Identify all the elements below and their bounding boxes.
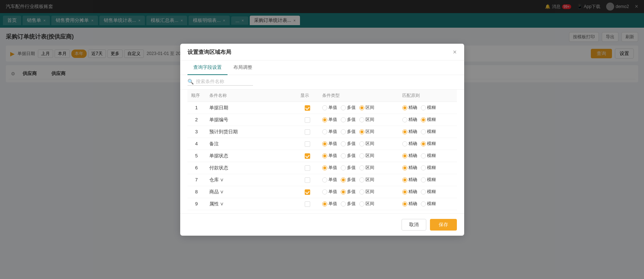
cell-display-2[interactable] <box>297 126 319 138</box>
cell-type-3: 单值多值区间 <box>319 138 399 150</box>
radio-dot-type-single-4 <box>322 153 327 158</box>
cell-type-5: 单值多值区间 <box>319 162 399 174</box>
radio-type-single-4[interactable]: 单值 <box>322 153 337 159</box>
radio-label-type-multi-4: 多值 <box>347 153 356 159</box>
radio-match-exact-8[interactable]: 精确 <box>402 201 417 207</box>
cancel-button[interactable]: 取消 <box>402 219 426 231</box>
table-row: 6付款状态单值多值区间精确模糊 <box>187 162 457 174</box>
table-row: 4备注单值多值区间精确模糊 <box>187 138 457 150</box>
radio-type-range-1[interactable]: 区间 <box>359 117 374 123</box>
radio-dot-type-single-5 <box>322 165 327 170</box>
conditions-table: 顺序 条件名称 显示 条件类型 匹配原则 1单据日期单值多值区间精确模糊2单据编… <box>187 90 457 213</box>
radio-type-multi-5[interactable]: 多值 <box>341 165 356 171</box>
radio-dot-match-exact-2 <box>402 129 407 134</box>
checkbox-display-7[interactable] <box>305 189 310 195</box>
radio-dot-type-single-1 <box>322 117 327 122</box>
radio-dot-match-exact-6 <box>402 177 407 182</box>
radio-label-type-range-7: 区间 <box>366 189 374 195</box>
radio-dot-match-fuzzy-2 <box>421 129 426 134</box>
cell-display-6[interactable] <box>297 174 319 186</box>
radio-type-range-5[interactable]: 区间 <box>359 165 374 171</box>
radio-match-fuzzy-4[interactable]: 模糊 <box>421 153 436 159</box>
radio-label-type-single-6: 单值 <box>328 177 337 183</box>
radio-dot-type-single-0 <box>322 105 327 110</box>
radio-type-multi-1[interactable]: 多值 <box>341 117 356 123</box>
radio-type-range-0[interactable]: 区间 <box>359 105 374 111</box>
checkbox-display-2[interactable] <box>305 129 310 135</box>
radio-match-fuzzy-3[interactable]: 模糊 <box>421 141 436 147</box>
radio-match-fuzzy-0[interactable]: 模糊 <box>421 105 436 111</box>
radio-type-single-5[interactable]: 单值 <box>322 165 337 171</box>
radio-match-fuzzy-1[interactable]: 模糊 <box>421 117 436 123</box>
cell-order-1: 2 <box>187 114 206 126</box>
radio-match-exact-7[interactable]: 精确 <box>402 189 417 195</box>
radio-match-exact-3[interactable]: 精确 <box>402 141 417 147</box>
radio-type-range-8[interactable]: 区间 <box>359 201 374 207</box>
checkbox-display-5[interactable] <box>305 165 310 171</box>
radio-match-fuzzy-8[interactable]: 模糊 <box>421 201 436 207</box>
radio-type-multi-3[interactable]: 多值 <box>341 141 356 147</box>
checkbox-display-8[interactable] <box>305 201 310 207</box>
tab-layout[interactable]: 布局调整 <box>228 60 258 75</box>
radio-label-match-exact-8: 精确 <box>408 201 417 207</box>
radio-label-type-single-5: 单值 <box>328 165 337 171</box>
cell-display-4[interactable] <box>297 150 319 162</box>
radio-type-range-6[interactable]: 区间 <box>359 177 374 183</box>
search-input[interactable] <box>196 79 250 84</box>
checkbox-display-1[interactable] <box>305 117 310 123</box>
radio-match-exact-6[interactable]: 精确 <box>402 177 417 183</box>
radio-match-exact-4[interactable]: 精确 <box>402 153 417 159</box>
cell-display-1[interactable] <box>297 114 319 126</box>
radio-type-single-2[interactable]: 单值 <box>322 129 337 135</box>
radio-type-single-1[interactable]: 单值 <box>322 117 337 123</box>
radio-type-single-6[interactable]: 单值 <box>322 177 337 183</box>
th-name: 条件名称 <box>206 90 297 102</box>
radio-type-multi-7[interactable]: 多值 <box>341 189 356 195</box>
radio-match-fuzzy-7[interactable]: 模糊 <box>421 189 436 195</box>
checkbox-display-3[interactable] <box>305 141 310 147</box>
radio-dot-type-range-2 <box>359 129 364 134</box>
radio-label-type-multi-5: 多值 <box>347 165 356 171</box>
cell-display-9[interactable] <box>297 210 319 213</box>
radio-match-exact-2[interactable]: 精确 <box>402 129 417 135</box>
checkbox-display-6[interactable] <box>305 177 310 183</box>
cell-display-5[interactable] <box>297 162 319 174</box>
radio-type-multi-0[interactable]: 多值 <box>341 105 356 111</box>
radio-type-multi-8[interactable]: 多值 <box>341 201 356 207</box>
radio-type-single-7[interactable]: 单值 <box>322 189 337 195</box>
cell-order-9: 10 <box>187 210 206 213</box>
cell-type-1: 单值多值区间 <box>319 114 399 126</box>
cell-order-5: 6 <box>187 162 206 174</box>
radio-type-range-7[interactable]: 区间 <box>359 189 374 195</box>
dialog-close-button[interactable]: × <box>453 49 457 55</box>
dialog-header: 设置查询区域布局 × <box>180 44 464 60</box>
radio-type-multi-4[interactable]: 多值 <box>341 153 356 159</box>
save-button[interactable]: 保存 <box>430 219 457 231</box>
radio-type-range-4[interactable]: 区间 <box>359 153 374 159</box>
radio-match-exact-5[interactable]: 精确 <box>402 165 417 171</box>
radio-match-exact-1[interactable]: 精确 <box>402 117 417 123</box>
cell-name-1: 单据编号 <box>206 114 297 126</box>
checkbox-display-0[interactable] <box>305 105 310 111</box>
table-row: 5单据状态单值多值区间精确模糊 <box>187 150 457 162</box>
radio-match-fuzzy-6[interactable]: 模糊 <box>421 177 436 183</box>
radio-type-range-2[interactable]: 区间 <box>359 129 374 135</box>
dialog-footer: 取消 保存 <box>180 213 464 236</box>
tab-query-fields[interactable]: 查询字段设置 <box>187 60 228 75</box>
radio-type-multi-2[interactable]: 多值 <box>341 129 356 135</box>
radio-type-single-3[interactable]: 单值 <box>322 141 337 147</box>
cell-order-0: 1 <box>187 102 206 114</box>
cell-display-3[interactable] <box>297 138 319 150</box>
radio-match-exact-0[interactable]: 精确 <box>402 105 417 111</box>
radio-type-single-8[interactable]: 单值 <box>322 201 337 207</box>
radio-match-fuzzy-5[interactable]: 模糊 <box>421 165 436 171</box>
checkbox-display-4[interactable] <box>305 153 310 159</box>
cell-display-0[interactable] <box>297 102 319 114</box>
radio-type-range-3[interactable]: 区间 <box>359 141 374 147</box>
cell-display-7[interactable] <box>297 186 319 198</box>
radio-match-fuzzy-2[interactable]: 模糊 <box>421 129 436 135</box>
cell-display-8[interactable] <box>297 198 319 210</box>
radio-label-type-single-4: 单值 <box>328 153 337 159</box>
radio-type-single-0[interactable]: 单值 <box>322 105 337 111</box>
radio-type-multi-6[interactable]: 多值 <box>341 177 356 183</box>
